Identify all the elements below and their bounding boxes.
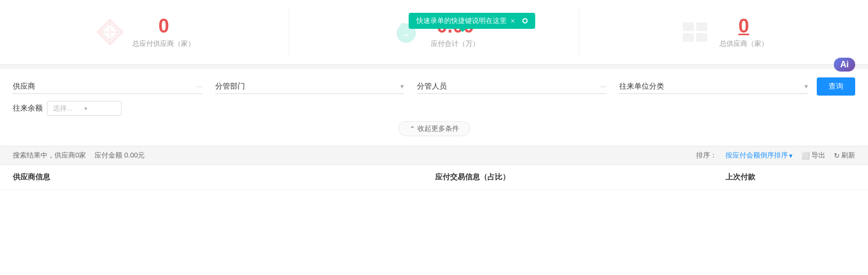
svg-rect-11 (683, 22, 694, 31)
tooltip-close-btn[interactable]: × (511, 17, 515, 25)
tooltip-text: 快速录单的快捷键说明在这里 (416, 16, 507, 26)
total-supplier-label: 总供应商（家） (720, 39, 768, 49)
payable-supplier-count: 0 (159, 15, 169, 37)
stats-bar: 0 总应付供应商（家） 0.00 应付合计（万） (0, 0, 868, 65)
balance-select[interactable]: 选择... ▾ (47, 101, 122, 116)
export-button[interactable]: ⬜ 导出 (801, 151, 825, 160)
payable-supplier-label: 总应付供应商（家） (132, 39, 195, 49)
svg-rect-14 (696, 33, 707, 42)
refresh-icon: ↻ (834, 152, 840, 160)
sort-dropdown-icon: ▾ (789, 152, 793, 160)
export-label: 导出 (811, 151, 825, 160)
collapse-bar: ⌃ 收起更多条件 (13, 118, 855, 142)
query-button[interactable]: 查询 (817, 77, 855, 96)
diamond-icon (97, 19, 123, 45)
balance-label: 往来余额 (13, 104, 43, 113)
refresh-button[interactable]: ↻ 刷新 (834, 151, 855, 160)
stat-payable-supplier-info: 0 总应付供应商（家） (132, 15, 195, 49)
sort-label: 排序： (696, 151, 717, 160)
svg-point-7 (400, 23, 406, 28)
supplier-input[interactable] (40, 82, 196, 91)
dept-label: 分管部门 (215, 82, 245, 91)
collapse-button[interactable]: ⌃ 收起更多条件 (398, 121, 470, 136)
stat-block-total-suppliers: 0 总供应商（家） (579, 9, 868, 56)
supplier-label: 供应商 (13, 82, 35, 91)
stat-total-supplier-info: 0 总供应商（家） (720, 15, 768, 49)
search-area: 供应商 ··· 分管部门 ▾ 分管人员 ··· 往来单位分类 ▾ (0, 69, 868, 146)
category-label: 往来单位分类 (619, 82, 664, 91)
dept-input[interactable] (249, 82, 401, 91)
table-header: 供应商信息 应付交易信息（占比） 上次付款 (0, 165, 868, 190)
sort-value-text: 按应付会额倒序排序 (725, 151, 788, 160)
category-input[interactable] (668, 82, 805, 91)
svg-rect-12 (696, 22, 707, 31)
collapse-text: 收起更多条件 (417, 124, 459, 133)
svg-rect-13 (683, 33, 694, 42)
tooltip-banner: 快速录单的快捷键说明在这里 × (409, 13, 535, 29)
results-actions: 排序： 按应付会额倒序排序 ▾ ⬜ 导出 ↻ 刷新 (696, 151, 855, 160)
collapse-up-icon: ⌃ (409, 125, 415, 133)
stat-block-payable-suppliers: 0 总应付供应商（家） (0, 9, 289, 56)
total-supplier-count: 0 (738, 15, 749, 37)
person-field[interactable]: 分管人员 ··· (417, 80, 606, 94)
results-amount: 应付金额 0.00元 (94, 151, 145, 160)
results-count: 搜索结果中，供应商0家 (13, 151, 86, 160)
ai-badge[interactable]: Ai (834, 58, 855, 72)
person-more-icon[interactable]: ··· (601, 82, 606, 90)
col-supplier-info: 供应商信息 (13, 172, 319, 182)
refresh-label: 刷新 (841, 151, 855, 160)
table-body (0, 190, 868, 275)
category-field[interactable]: 往来单位分类 ▾ (619, 80, 809, 94)
export-icon: ⬜ (801, 152, 810, 160)
col-last-payment: 上次付款 (626, 172, 855, 182)
sort-select[interactable]: 按应付会额倒序排序 ▾ (725, 151, 793, 160)
col-payable-info: 应付交易信息（占比） (319, 172, 626, 182)
card-icon (682, 21, 708, 43)
dept-dropdown-icon[interactable]: ▾ (400, 82, 404, 90)
supplier-more-icon[interactable]: ··· (196, 82, 202, 90)
balance-select-value: 选择... (53, 104, 84, 113)
balance-dropdown-icon: ▾ (84, 105, 116, 112)
dept-field[interactable]: 分管部门 ▾ (215, 80, 405, 94)
stat-block-payable-total: 0.00 应付合计（万） 快速录单的快捷键说明在这里 × (289, 9, 579, 56)
results-summary: 搜索结果中，供应商0家 应付金额 0.00元 (13, 151, 145, 160)
results-bar: 搜索结果中，供应商0家 应付金额 0.00元 排序： 按应付会额倒序排序 ▾ ⬜… (0, 146, 868, 165)
supplier-field[interactable]: 供应商 ··· (13, 80, 202, 94)
search-row-2: 往来余额 选择... ▾ (13, 101, 855, 116)
svg-point-10 (406, 34, 409, 36)
category-dropdown-icon[interactable]: ▾ (804, 82, 808, 90)
person-input[interactable] (451, 82, 601, 91)
payable-total-label: 应付合计（万） (431, 39, 479, 49)
person-label: 分管人员 (417, 82, 447, 91)
tooltip-dot (523, 18, 528, 23)
search-row-1: 供应商 ··· 分管部门 ▾ 分管人员 ··· 往来单位分类 ▾ (13, 77, 855, 96)
